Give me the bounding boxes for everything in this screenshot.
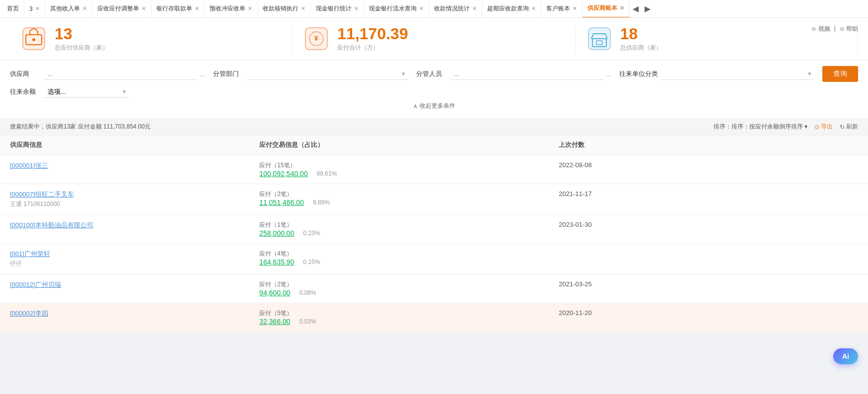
tx-pct-3: 0.23% [303,230,320,237]
close-icon[interactable]: ✕ [301,5,305,12]
refresh-btn[interactable]: ↻ 刷新 [840,123,858,131]
last-pay-col-2: 2021-11-17 [559,190,758,197]
tx-amount-3[interactable]: 258,000.00 [259,229,294,237]
nav-next-arrow[interactable]: ▶ [642,4,653,13]
nav-tab-home[interactable]: 首页 [2,0,24,18]
supplier-ellipsis-btn[interactable]: ... [200,70,205,78]
col-header-extra [758,140,858,149]
table-row[interactable]: [000002]李四 应付（5笔） 32,366.00 0.03% 2020-1… [0,303,868,332]
close-icon[interactable]: ✕ [195,5,199,12]
nav-tab-cash-stats[interactable]: 现金银行统计 ✕ [311,0,364,18]
tx-label-2: 应付（2笔） [259,190,559,198]
dept-select-wrapper: ▾ [247,68,408,80]
summary-text-3: 18 总供应商（家） [620,26,662,52]
supplier-filter-input[interactable] [44,68,198,80]
nav-tab-supplier-account[interactable]: 供应商账本 ✕ [582,0,630,18]
transaction-col-3: 应付（1笔） 258,000.00 0.23% [259,221,559,237]
supplier-col-3: [000100]本特勤油品有限公司 [10,221,259,230]
person-ellipsis-btn[interactable]: ... [606,70,611,78]
tx-amount-6[interactable]: 32,366.00 [259,318,290,326]
supplier-link-1[interactable]: [000001]张三 [10,161,259,170]
total-payable-suppliers-label: 总应付供应商（家） [55,44,108,52]
svg-text:¥: ¥ [314,34,318,42]
close-icon[interactable]: ✕ [35,5,40,12]
tx-amount-1[interactable]: 100,092,540.00 [259,170,307,178]
close-icon[interactable]: ✕ [142,5,146,12]
dept-select[interactable] [247,68,408,79]
nav-tab-adjust-label: 应收应付调整单 [97,4,139,13]
summary-text-1: 13 总应付供应商（家） [55,26,108,52]
query-button[interactable]: 查询 [822,66,858,82]
close-icon[interactable]: ✕ [419,5,424,12]
supplier-link-4[interactable]: [001]广州荣轩 [10,250,259,259]
table-row[interactable]: [001]广州荣轩 仔仔 应付（4笔） 164,635.90 0.15% [0,244,868,274]
supplier-link-2[interactable]: [000007]恒旺二手叉车 [10,190,259,199]
table-header: 供应商信息 应付交易信息（占比） 上次付数 [0,135,868,155]
filter-person: 分管人员 ... [416,68,611,80]
video-link[interactable]: ⊙ 视频 [811,25,830,33]
nav-tab-cash-flow-label: 现金银行流水查询 [369,4,417,13]
nav-tab-bank[interactable]: 银行存取款单 ✕ [151,0,205,18]
close-icon[interactable]: ✕ [354,5,359,12]
supplier-col-1: [000001]张三 [10,161,259,170]
nav-tab-overdue[interactable]: 超期应收款查询 ✕ [482,0,541,18]
last-pay-date-1: 2022-08-08 [559,161,592,169]
col-header-supplier: 供应商信息 [10,140,259,149]
total-suppliers-label: 总供应商（家） [620,44,662,52]
last-pay-date-5: 2021-03-25 [559,280,592,288]
nav-tab-3[interactable]: 3 ✕ [24,0,45,18]
last-pay-date-2: 2021-11-17 [559,190,592,197]
supplier-link-3[interactable]: [000100]本特勤油品有限公司 [10,221,259,230]
nav-prev-arrow[interactable]: ◀ [630,4,642,13]
table-row[interactable]: [000012]广州贝瑞 应付（2笔） 94,600.00 0.08% 2021… [0,274,868,303]
balance-select[interactable]: 选项... [44,86,129,97]
balance-select-wrapper: 选项... ▾ [44,86,129,98]
refresh-icon: ↻ [840,124,845,131]
nav-tab-other-income[interactable]: 其他收入单 ✕ [45,0,92,18]
transaction-col-5: 应付（2笔） 94,600.00 0.08% [259,280,559,297]
close-icon[interactable]: ✕ [248,5,252,12]
supplier-col-5: [000012]广州贝瑞 [10,280,259,289]
tx-label-5: 应付（2笔） [259,280,559,289]
help-link[interactable]: ⊙ 帮助 [840,25,858,33]
payable-total-icon: ¥ [302,25,330,53]
dept-filter-label: 分管部门 [213,69,243,78]
nav-tab-adjust[interactable]: 应收应付调整单 ✕ [92,0,151,18]
nav-tab-receipt-stats[interactable]: 收款情况统计 ✕ [429,0,482,18]
nav-tab-3-label: 3 [29,5,33,12]
result-bar: 搜索结果中，供应商13家 应付金额 111,703,854.00元 排序：排序：… [0,119,868,135]
filter-dept: 分管部门 ▾ [213,68,408,80]
separator: | [834,25,836,33]
nav-tab-customer-account[interactable]: 客户账本 ✕ [541,0,582,18]
export-btn[interactable]: ⊙ 导出 [814,123,833,131]
close-icon[interactable]: ✕ [620,5,624,11]
collapse-btn[interactable]: ∧ 收起更多条件 [10,102,858,110]
supplier-link-6[interactable]: [000002]李四 [10,309,259,318]
person-filter-input[interactable] [450,68,604,80]
sort-chevron-icon[interactable]: ▾ [804,123,807,130]
table-row[interactable]: [000007]恒旺二手叉车 王通 17106110000 应付（2笔） 11,… [0,184,868,215]
col-header-last-pay: 上次付数 [559,140,758,149]
table-row[interactable]: [000001]张三 应付（15笔） 100,092,540.00 89.61%… [0,155,868,184]
close-icon[interactable]: ✕ [573,5,577,12]
nav-tab-collection[interactable]: 收款核销执行 ✕ [258,0,311,18]
nav-tab-prepay[interactable]: 预收冲应收单 ✕ [205,0,258,18]
tx-amount-4[interactable]: 164,635.90 [259,258,294,266]
close-icon[interactable]: ✕ [82,5,87,12]
total-payable-suppliers-value: 13 [55,26,108,42]
tx-amount-2[interactable]: 11,051,486.00 [259,198,304,206]
supplier-link-5[interactable]: [000012]广州贝瑞 [10,280,259,289]
payable-total-label: 应付合计（万） [337,44,408,52]
close-icon[interactable]: ✕ [531,5,536,12]
category-select[interactable] [662,68,814,79]
total-suppliers-value: 18 [620,26,662,42]
top-right-links: ⊙ 视频 | ⊙ 帮助 [811,25,858,33]
filter-row-1: 供应商 ... 分管部门 ▾ 分管人员 ... 往来单位分类 [10,66,858,82]
close-icon[interactable]: ✕ [472,5,477,12]
nav-tab-home-label: 首页 [7,4,19,13]
table-row[interactable]: [000100]本特勤油品有限公司 应付（1笔） 258,000.00 0.23… [0,215,868,244]
tx-amount-5[interactable]: 94,600.00 [259,289,290,297]
nav-tab-cash-flow[interactable]: 现金银行流水查询 ✕ [364,0,429,18]
transaction-col-1: 应付（15笔） 100,092,540.00 89.61% [259,161,559,178]
transaction-col-6: 应付（5笔） 32,366.00 0.03% [259,309,559,326]
